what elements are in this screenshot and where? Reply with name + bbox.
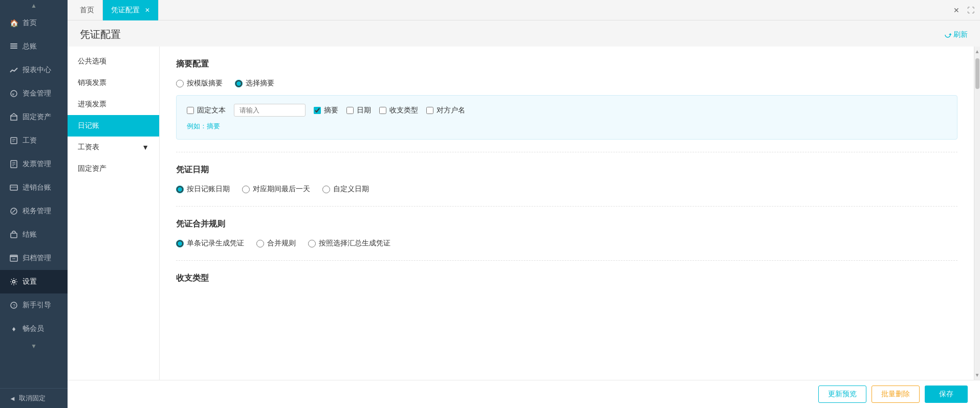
sidebar-item-payroll[interactable]: 工资 — [0, 129, 68, 152]
svg-line-16 — [12, 210, 15, 213]
sidebar: ▲ 🏠 首页 总账 报表中心 ¥ 资金管理 固定资产 工资 — [0, 0, 68, 408]
home-icon: 🏠 — [9, 18, 18, 28]
report-icon — [9, 65, 18, 75]
svg-point-21 — [13, 281, 15, 283]
page-title: 凭证配置 — [80, 28, 121, 41]
sidebar-item-archive[interactable]: 归档管理 — [0, 246, 68, 270]
sidebar-item-trade[interactable]: 进销台账 — [0, 176, 68, 199]
svg-rect-1 — [10, 46, 17, 47]
tax-icon — [9, 207, 18, 216]
radio-single-record[interactable]: 单条记录生成凭证 — [176, 239, 244, 248]
svg-rect-0 — [10, 43, 17, 44]
sidebar-item-member[interactable]: ♦ 畅会员 — [0, 317, 68, 341]
fixed-text-input[interactable] — [234, 104, 306, 117]
radio-merge-rule[interactable]: 合并规则 — [256, 239, 296, 248]
svg-rect-17 — [11, 233, 17, 238]
merge-rule-section: 凭证合并规则 单条记录生成凭证 合并规则 按照选择汇总生成凭证 — [176, 219, 957, 261]
svg-text:¥: ¥ — [12, 92, 15, 97]
radio-select-merge[interactable]: 按照选择汇总生成凭证 — [308, 239, 390, 248]
main-area: 首页 凭证配置 ✕ ✕ ⛶ 凭证配置 刷新 公共选项 — [68, 0, 980, 408]
invoice-icon — [9, 160, 18, 169]
sub-item-public[interactable]: 公共选项 — [68, 51, 159, 72]
checkbox-date[interactable]: 日期 — [346, 106, 371, 115]
radio-custom-date[interactable]: 自定义日期 — [322, 185, 369, 194]
settings-icon — [9, 277, 18, 286]
radio-select-summary[interactable]: 选择摘要 — [235, 79, 274, 88]
income-expense-title: 收支类型 — [176, 273, 957, 284]
summary-section: 摘要配置 按模版摘要 选择摘要 — [176, 59, 957, 152]
sub-item-payroll-table[interactable]: 工资表 ▼ — [68, 137, 159, 158]
svg-text:?: ? — [13, 303, 15, 308]
sub-item-fixed-assets[interactable]: 固定资产 — [68, 158, 159, 179]
inner-layout: 公共选项 销项发票 进项发票 日记账 工资表 ▼ 固定资产 — [68, 47, 980, 380]
svg-rect-13 — [10, 185, 17, 190]
right-scrollbar: ▲ ▼ — [974, 47, 980, 380]
radio-template-summary[interactable]: 按模版摘要 — [176, 79, 223, 88]
merge-rule-radio-group: 单条记录生成凭证 合并规则 按照选择汇总生成凭证 — [176, 239, 957, 248]
config-panel: 摘要配置 按模版摘要 选择摘要 — [160, 47, 974, 380]
summary-title: 摘要配置 — [176, 59, 957, 70]
sub-item-purchase-invoice[interactable]: 进项发票 — [68, 94, 159, 115]
sub-sidebar: 公共选项 销项发票 进项发票 日记账 工资表 ▼ 固定资产 — [68, 47, 160, 380]
window-close-btn[interactable]: ✕ — [951, 5, 962, 15]
archive-icon — [9, 254, 18, 263]
sidebar-item-report[interactable]: 报表中心 — [0, 58, 68, 82]
example-text: 例如：摘要 — [187, 122, 947, 131]
window-controls: ✕ ⛶ — [951, 5, 976, 15]
sidebar-item-settings[interactable]: 设置 — [0, 270, 68, 293]
fund-icon: ¥ — [9, 89, 18, 98]
svg-rect-5 — [11, 116, 17, 120]
chevron-down-icon: ▼ — [142, 143, 149, 151]
sidebar-scroll-down[interactable]: ▼ — [0, 341, 68, 352]
content-area: 凭证配置 刷新 公共选项 销项发票 进项发票 日记账 — [68, 20, 980, 408]
checkbox-row: 固定文本 摘要 日期 — [187, 104, 947, 117]
sidebar-item-close[interactable]: 结账 — [0, 223, 68, 246]
voucher-date-title: 凭证日期 — [176, 165, 957, 175]
bottom-bar: 更新预览 批量删除 保存 — [68, 380, 980, 408]
asset-icon — [9, 112, 18, 122]
sidebar-item-invoice[interactable]: 发票管理 — [0, 152, 68, 176]
income-expense-section: 收支类型 — [176, 273, 957, 305]
sidebar-item-guide[interactable]: ? 新手引导 — [0, 293, 68, 317]
checkbox-income-type[interactable]: 收支类型 — [379, 106, 418, 115]
unpin-icon: ◄ — [9, 395, 16, 402]
sidebar-item-ledger[interactable]: 总账 — [0, 35, 68, 58]
update-preview-btn[interactable]: 更新预览 — [818, 386, 866, 403]
member-icon: ♦ — [9, 324, 18, 333]
sidebar-item-home[interactable]: 🏠 首页 — [0, 11, 68, 35]
batch-delete-btn[interactable]: 批量删除 — [872, 386, 920, 403]
radio-journal-date[interactable]: 按日记账日期 — [176, 185, 230, 194]
svg-rect-6 — [11, 138, 17, 144]
close-ledger-icon — [9, 230, 18, 239]
sidebar-scroll-up[interactable]: ▲ — [0, 0, 68, 11]
sidebar-item-asset[interactable]: 固定资产 — [0, 105, 68, 129]
ledger-icon — [9, 42, 18, 51]
sidebar-unpin-btn[interactable]: ◄ 取消固定 — [0, 388, 68, 408]
checkbox-summary[interactable]: 摘要 — [314, 106, 338, 115]
window-expand-btn[interactable]: ⛶ — [966, 5, 976, 15]
checkbox-counterpart[interactable]: 对方户名 — [426, 106, 465, 115]
summary-radio-group: 按模版摘要 选择摘要 — [176, 79, 957, 88]
scroll-thumb[interactable] — [975, 58, 979, 89]
tab-close-btn[interactable]: ✕ — [145, 7, 150, 14]
summary-checkbox-area: 固定文本 摘要 日期 — [176, 95, 957, 140]
voucher-date-radio-group: 按日记账日期 对应期间最后一天 自定义日期 — [176, 185, 957, 194]
tab-bar: 首页 凭证配置 ✕ ✕ ⛶ — [68, 0, 980, 20]
save-btn[interactable]: 保存 — [925, 386, 968, 403]
svg-marker-24 — [950, 33, 951, 35]
svg-rect-2 — [10, 48, 17, 49]
trade-icon — [9, 183, 18, 192]
sidebar-item-fund[interactable]: ¥ 资金管理 — [0, 82, 68, 105]
guide-icon: ? — [9, 301, 18, 310]
radio-period-last[interactable]: 对应期间最后一天 — [242, 185, 310, 194]
refresh-icon — [944, 31, 951, 38]
tab-home[interactable]: 首页 — [72, 0, 103, 20]
sidebar-item-tax[interactable]: 税务管理 — [0, 199, 68, 223]
refresh-btn[interactable]: 刷新 — [944, 30, 968, 39]
sub-item-journal[interactable]: 日记账 — [68, 115, 159, 137]
checkbox-fixed-text[interactable]: 固定文本 — [187, 106, 226, 115]
sub-item-sales-invoice[interactable]: 销项发票 — [68, 72, 159, 94]
tab-voucher[interactable]: 凭证配置 ✕ — [103, 0, 159, 20]
page-header: 凭证配置 刷新 — [68, 20, 980, 47]
voucher-date-section: 凭证日期 按日记账日期 对应期间最后一天 自定义日期 — [176, 165, 957, 207]
